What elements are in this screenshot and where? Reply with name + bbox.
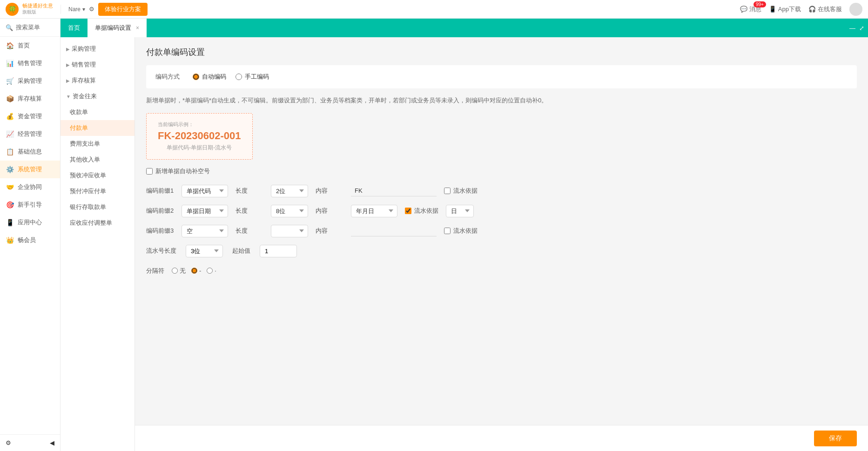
sep-dot-label: -: [199, 267, 201, 274]
prefix3-label: 编码前缀3: [146, 227, 174, 235]
nav-arrow-sales-icon: ▶: [66, 62, 70, 67]
start-value-label: 起始值: [232, 247, 250, 255]
app-download-button[interactable]: 📱 App下载: [769, 5, 801, 13]
sep-radio-dot2-input[interactable]: [207, 268, 213, 274]
sidebar-item-system[interactable]: ⚙️ 系统管理: [0, 161, 60, 178]
sidebar-vip-label: 畅会员: [18, 236, 36, 244]
workspace-dropdown[interactable]: Nare ▾: [68, 6, 85, 13]
service-button[interactable]: 🎧 在线客服: [808, 5, 842, 13]
content-wrap: 首页 单据编码设置 × — ⤢ ▶ 采购管理: [61, 19, 868, 451]
user-avatar[interactable]: [849, 3, 862, 16]
start-value-input[interactable]: [260, 245, 297, 257]
sidebar-purchase-label: 采购管理: [18, 77, 42, 85]
apps-icon: 📱: [6, 218, 14, 227]
manual-code-radio-label[interactable]: 手工编码: [236, 73, 269, 81]
sep-radio-none-input[interactable]: [172, 268, 178, 274]
nav-group-sales-title[interactable]: ▶ 销售管理: [61, 57, 135, 73]
sep-radio-none[interactable]: 无: [172, 267, 186, 275]
sep-radio-dot-input[interactable]: [191, 268, 197, 274]
prefix1-select[interactable]: 单据代码: [182, 185, 228, 197]
sidebar-item-operations[interactable]: 📈 经营管理: [0, 125, 60, 143]
save-button[interactable]: 保存: [814, 431, 857, 446]
serial-checkbox-2[interactable]: [405, 208, 411, 214]
nav-item-bank[interactable]: 银行存取款单: [61, 199, 135, 215]
preview-desc: 单据代码-单据日期-流水号: [158, 144, 241, 152]
brand-name: 畅捷通好生意: [22, 3, 53, 9]
tab-home[interactable]: 首页: [61, 19, 87, 37]
sep-radio-dot[interactable]: -: [191, 267, 201, 274]
content2-select[interactable]: 年月日: [351, 205, 397, 217]
prefix2-select[interactable]: 单据日期: [182, 205, 228, 217]
message-button[interactable]: 💬 消息 99+: [740, 5, 761, 13]
basic-icon: 📋: [6, 148, 14, 156]
sep-radio-dot2[interactable]: ·: [207, 267, 216, 274]
logo-icon: 🍀: [6, 3, 19, 16]
search-menu-button[interactable]: 🔍 搜索菜单: [0, 19, 60, 37]
inner-content: ▶ 采购管理 ▶ 销售管理 ▶ 库存核算: [61, 37, 868, 451]
settings-icon[interactable]: ⚙: [89, 6, 94, 13]
dropdown-arrow-icon: ▾: [82, 6, 85, 13]
prefix3-select[interactable]: 空: [182, 225, 228, 237]
length1-label: 长度: [236, 187, 263, 195]
day-select[interactable]: 日 月 年: [446, 205, 474, 217]
length3-select[interactable]: [271, 225, 308, 237]
length2-select[interactable]: 8位: [271, 205, 308, 217]
nav-group-purchase-title[interactable]: ▶ 采购管理: [61, 41, 135, 57]
sidebar-item-finance[interactable]: 💰 资金管理: [0, 108, 60, 125]
tab-doc-code[interactable]: 单据编码设置 ×: [87, 19, 147, 37]
sidebar-item-vip[interactable]: 👑 畅会员: [0, 231, 60, 249]
sidebar-item-guide[interactable]: 🎯 新手引导: [0, 196, 60, 214]
nav-arrow-purchase-icon: ▶: [66, 47, 70, 52]
nav-item-receipt[interactable]: 收款单: [61, 104, 135, 120]
auto-code-radio-label[interactable]: 自动编码: [193, 73, 226, 81]
nav-group-finance-title[interactable]: ▼ 资金往来: [61, 88, 135, 104]
nav-item-expense[interactable]: 费用支出单: [61, 136, 135, 152]
auto-code-radio[interactable]: [193, 74, 199, 80]
separator-label: 分隔符: [146, 267, 164, 275]
serial-checkbox-3[interactable]: [444, 228, 451, 234]
nav-item-other-income[interactable]: 其他收入单: [61, 152, 135, 168]
sidebar-system-label: 系统管理: [18, 165, 42, 174]
sidebar-item-inventory[interactable]: 📦 库存核算: [0, 90, 60, 108]
sidebar-item-enterprise[interactable]: 🤝 企业协同: [0, 178, 60, 196]
content3-label: 内容: [316, 227, 343, 235]
home-icon: 🏠: [6, 41, 14, 50]
service-icon: 🎧: [808, 6, 816, 13]
experience-button[interactable]: 体验行业方案: [98, 3, 148, 16]
tab-home-label: 首页: [68, 24, 80, 32]
prefix-row-1: 编码前缀1 单据代码 长度 2位 内容 流水依据: [146, 185, 857, 197]
sidebar-item-apps[interactable]: 📱 应用中心: [0, 214, 60, 231]
serial-length-label: 流水号长度: [146, 247, 176, 255]
manual-code-radio[interactable]: [236, 74, 242, 80]
vip-icon: 👑: [6, 236, 14, 244]
sidebar-item-basic[interactable]: 📋 基础信息: [0, 143, 60, 161]
sidebar-collapse-icon[interactable]: ◀: [50, 439, 54, 446]
content1-label: 内容: [316, 187, 343, 195]
length1-select[interactable]: 2位: [271, 185, 308, 197]
app-icon: 📱: [769, 6, 776, 13]
page-title: 付款单编码设置: [146, 47, 857, 58]
prefix-row-3: 编码前缀3 空 长度 内容 流水依据: [146, 225, 857, 237]
sidebar-item-sales[interactable]: 📊 销售管理: [0, 54, 60, 72]
nav-item-prepay-offset[interactable]: 预收冲应收单: [61, 168, 135, 183]
nav-item-prepaid-offset[interactable]: 预付冲应付单: [61, 183, 135, 199]
nav-group-finance-label: 资金往来: [73, 92, 97, 101]
sidebar-settings-icon[interactable]: ⚙: [6, 439, 11, 446]
sidebar-item-purchase[interactable]: 🛒 采购管理: [0, 72, 60, 90]
nav-group-inventory-title[interactable]: ▶ 库存核算: [61, 73, 135, 88]
serial-length-select[interactable]: 3位 2位 4位: [186, 245, 223, 257]
service-label: 在线客服: [818, 5, 842, 13]
nav-item-adjustment[interactable]: 应收应付调整单: [61, 215, 135, 231]
nav-item-payment[interactable]: 付款单: [61, 120, 135, 136]
sidebar-home-label: 首页: [18, 41, 30, 50]
tab-maximize-icon[interactable]: ⤢: [859, 25, 864, 32]
search-menu-label: 搜索菜单: [16, 23, 40, 32]
search-icon: 🔍: [6, 24, 13, 31]
serial-checkbox-1[interactable]: [444, 188, 451, 194]
sidebar-item-home[interactable]: 🏠 首页: [0, 37, 60, 54]
auto-fill-checkbox[interactable]: [146, 168, 153, 175]
info-text: 新增单据时，*单据编码*自动生成，不可编辑。前缀设置为部门、业务员等档案类，开单…: [146, 96, 857, 106]
topbar-left: 🍀 畅捷通好生意 旗舰版 Nare ▾ ⚙ 体验行业方案: [6, 3, 148, 16]
tab-close-icon[interactable]: ×: [136, 25, 139, 31]
tab-minimize-icon[interactable]: —: [849, 25, 855, 32]
